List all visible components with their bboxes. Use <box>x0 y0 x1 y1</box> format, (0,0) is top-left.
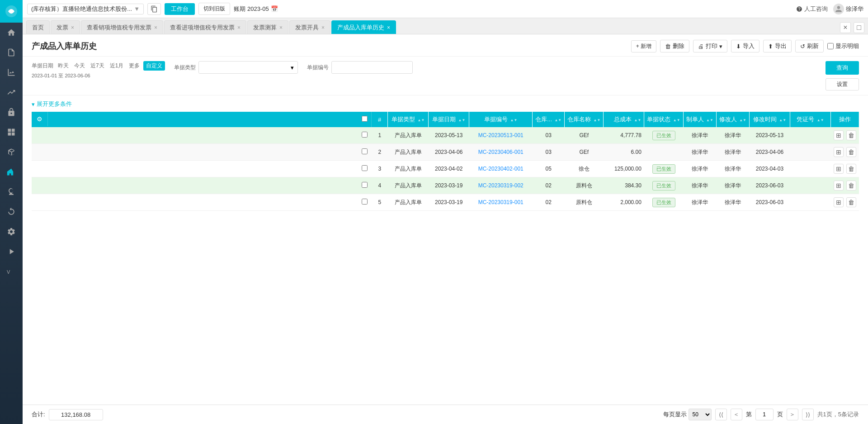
sidebar-item-home[interactable] <box>0 23 23 43</box>
tab-invoice[interactable]: 发票 × <box>51 20 80 34</box>
th-checkbox[interactable] <box>358 112 372 127</box>
tab-check-sales-close[interactable]: × <box>154 24 157 31</box>
sidebar-item-stamp[interactable] <box>0 182 23 202</box>
tab-check-sales-label: 查看销项增值税专用发票 <box>87 24 151 32</box>
delete-row-btn[interactable]: 🗑 <box>846 147 856 157</box>
tab-product-instock[interactable]: 产成品入库单历史 × <box>331 20 396 34</box>
sidebar-item-settings[interactable] <box>0 222 23 242</box>
row-checkbox[interactable] <box>362 165 368 171</box>
company-selector[interactable]: (库存核算）直播轻绝通信息技术股份... ▼ <box>27 4 144 14</box>
sidebar-item-version[interactable]: V <box>0 262 23 281</box>
tab-invoice-close[interactable]: × <box>71 24 74 31</box>
sidebar-item-analytics[interactable] <box>0 82 23 102</box>
export-btn[interactable]: ⬆ 导出 <box>763 40 792 52</box>
page-number-input[interactable] <box>755 409 774 420</box>
prev-period-button[interactable]: 切到旧版 <box>198 3 230 15</box>
tab-invoice-issue-close[interactable]: × <box>321 24 325 31</box>
query-btn[interactable]: 查询 <box>826 61 859 75</box>
page-size-dropdown[interactable]: 50 20 100 200 <box>689 409 712 420</box>
th-num[interactable]: 单据编号 ▲▼ <box>469 112 533 127</box>
date-custom-btn[interactable]: 自定义 <box>143 61 165 71</box>
row-num[interactable]: MC-20230319-002 <box>469 177 533 194</box>
tab-invoice-calc[interactable]: 发票测算 × <box>247 20 288 34</box>
sidebar-item-play[interactable] <box>0 242 23 262</box>
th-date[interactable]: 单据日期 ▲▼ <box>429 112 469 127</box>
row-num[interactable]: MC-20230513-001 <box>469 127 533 144</box>
service-btn[interactable]: 人工咨询 <box>796 5 828 13</box>
date-1month-btn[interactable]: 近1月 <box>108 61 126 71</box>
sidebar-item-warehouse[interactable] <box>0 162 23 182</box>
prev-page-btn[interactable]: ＜ <box>731 409 742 420</box>
row-num[interactable]: MC-20230319-001 <box>469 194 533 211</box>
set-btn[interactable]: 设置 <box>826 78 859 91</box>
import-btn[interactable]: ⬇ 导入 <box>731 40 760 52</box>
th-type[interactable]: 单据类型 ▲▼ <box>388 112 429 127</box>
row-checkbox[interactable] <box>362 182 368 188</box>
date-today-btn[interactable]: 今天 <box>72 61 87 71</box>
tab-check-sales[interactable]: 查看销项增值税专用发票 × <box>81 20 163 34</box>
row-checkbox[interactable] <box>362 148 368 154</box>
edit-btn[interactable]: ⊞ <box>834 130 844 140</box>
last-page-btn[interactable]: ⟩⟩ <box>802 409 814 420</box>
th-maker[interactable]: 制单人 ▲▼ <box>683 112 716 127</box>
edit-btn[interactable]: ⊞ <box>834 197 844 207</box>
sidebar-item-refresh[interactable] <box>0 202 23 222</box>
edit-btn[interactable]: ⊞ <box>834 164 844 174</box>
delete-row-btn[interactable]: 🗑 <box>846 197 856 207</box>
row-warehouse-code: 02 <box>533 177 565 194</box>
sidebar-item-grid[interactable] <box>0 122 23 142</box>
tab-invoice-calc-close[interactable]: × <box>279 24 283 31</box>
sidebar-item-docs[interactable] <box>0 43 23 62</box>
date-more-btn[interactable]: 更多 <box>127 61 142 71</box>
row-checkbox[interactable] <box>362 199 368 205</box>
row-num[interactable]: MC-20230406-001 <box>469 144 533 161</box>
th-warehouse-code[interactable]: 仓库... ▲▼ <box>533 112 565 127</box>
tab-check-purchase[interactable]: 查看进项增值税专用发票 × <box>164 20 246 34</box>
edit-btn[interactable]: ⊞ <box>834 147 844 157</box>
th-voucher[interactable]: 凭证号 ▲▼ <box>790 112 831 127</box>
row-checkbox[interactable] <box>362 132 368 138</box>
th-warehouse-name[interactable]: 仓库名称 ▲▼ <box>565 112 604 127</box>
th-status[interactable]: 单据状态 ▲▼ <box>644 112 683 127</box>
expand-arrow: ▾ <box>32 101 35 108</box>
select-all-checkbox[interactable] <box>362 116 368 122</box>
maximize-btn[interactable]: □ <box>854 22 864 33</box>
edit-btn[interactable]: ⊞ <box>834 181 844 191</box>
app-logo[interactable] <box>0 0 23 23</box>
expand-btn[interactable]: ▾ 展开更多条件 <box>32 100 859 108</box>
next-page-btn[interactable]: ＞ <box>787 409 798 420</box>
th-cost[interactable]: 总成本 ▲▼ <box>604 112 644 127</box>
date-7days-btn[interactable]: 近7天 <box>89 61 106 71</box>
delete-row-btn[interactable]: 🗑 <box>846 164 856 174</box>
workbench-button[interactable]: 工作台 <box>165 3 195 15</box>
sidebar-item-box[interactable] <box>0 142 23 162</box>
row-num[interactable]: MC-20230402-001 <box>469 161 533 177</box>
th-modifier[interactable]: 修改人 ▲▼ <box>716 112 749 127</box>
sidebar-item-lock[interactable] <box>0 102 23 122</box>
print-btn[interactable]: 🖨 打印 ▾ <box>693 40 727 52</box>
sidebar-item-chart[interactable] <box>0 62 23 82</box>
close-all-tabs-btn[interactable]: × <box>840 22 851 33</box>
refresh-btn[interactable]: ↺ 刷新 <box>795 40 824 52</box>
delete-btn[interactable]: 🗑 删除 <box>660 40 689 52</box>
delete-row-btn[interactable]: 🗑 <box>846 130 856 140</box>
user-menu[interactable]: 徐泽华 <box>833 4 863 14</box>
tab-home[interactable]: 首页 <box>26 20 50 34</box>
th-modtime[interactable]: 修改时间 ▲▼ <box>750 112 790 127</box>
th-no[interactable]: # <box>372 112 388 127</box>
tab-check-purchase-close[interactable]: × <box>237 24 241 31</box>
calendar-icon[interactable]: 📅 <box>271 5 278 12</box>
type-select[interactable]: ▾ <box>198 61 298 74</box>
date-yesterday-btn[interactable]: 昨天 <box>56 61 71 71</box>
tab-product-instock-close[interactable]: × <box>387 24 390 31</box>
show-detail-checkbox[interactable] <box>827 43 834 49</box>
new-btn[interactable]: + 新增 <box>631 40 656 52</box>
delete-row-btn[interactable]: 🗑 <box>846 181 856 191</box>
copy-icon-btn[interactable] <box>147 3 161 15</box>
th-settings[interactable]: ⚙ <box>32 112 48 126</box>
first-page-btn[interactable]: ⟨⟨ <box>715 409 727 420</box>
th-modifier-label: 修改人 <box>719 116 737 123</box>
tab-invoice-issue[interactable]: 发票开具 × <box>289 20 330 34</box>
row-ops: ⊞ 🗑 <box>831 161 859 177</box>
num-input[interactable] <box>331 61 413 74</box>
